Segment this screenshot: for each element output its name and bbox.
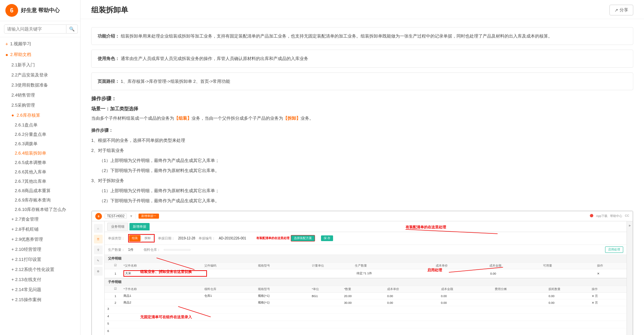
search-button[interactable]: 🔍 xyxy=(66,24,78,34)
step1-text: 1、根据不同的业务，选择不同单据的类型来处理 xyxy=(91,136,633,145)
mock-col-unit: 计量单位 xyxy=(312,264,355,268)
mock-lower-row-6: 6 xyxy=(105,328,627,335)
sidebar-item-docs-2-6-5[interactable]: 2.6.5成本调整单 xyxy=(0,158,80,167)
mock-col-code: 父件编码 xyxy=(204,264,258,268)
mock-sidebar-icon-1: ⌂ xyxy=(94,224,103,233)
sidebar-item-docs-2-14[interactable]: + 2.14常见问题 xyxy=(0,285,80,295)
mock-date-val: 2019-12-28 xyxy=(178,236,195,240)
mock-type-btn-assemble[interactable]: 组装 xyxy=(129,235,141,241)
mock-row-amount: 0.00 xyxy=(490,272,544,275)
mock-type-btn-disassemble[interactable]: 拆卸 xyxy=(142,235,154,241)
sidebar-item-docs[interactable]: ● 2.帮助文档 xyxy=(0,49,80,60)
content-area: 功能介绍： 组装拆卸单用来处理企业组装或拆卸等加工业务，支持有固定装配清单的产品… xyxy=(80,19,644,335)
mock-sidebar-icon-5: ⚙ xyxy=(94,267,103,276)
sidebar-item-label: 2.6.6其他入库单 xyxy=(15,169,46,174)
path-text: 1、库存核算->库存管理->组装拆卸单 2、首页->常用功能 xyxy=(121,79,230,84)
sidebar-item-docs-2-6[interactable]: ● 2.6库存核算 xyxy=(0,110,80,120)
mock-lower-table-header: ☑ *子件名称 领料仓库 规格型号 *单位 *数量 成本单价 成本金额 费用分摊… xyxy=(105,286,627,293)
sidebar-item-video[interactable]: + 1.视频学习 xyxy=(0,39,80,49)
step2-2-text: （2）下部明细为子件明细，最终作为原材料生成其它出库单。 xyxy=(91,166,633,175)
expand-icon: + xyxy=(11,287,14,292)
screenshot-container: 6 TEST-H002 ▼ 新增单据一 🔴 App下载 帮助中心 CC xyxy=(91,211,633,335)
sidebar-item-docs-2-2[interactable]: 2.2产品安装及登录 xyxy=(0,70,80,80)
main-content: 组装拆卸单 ↗ 分享 功能介绍： 组装拆卸单用来处理企业组装或拆卸等加工业务，支… xyxy=(80,0,644,335)
sidebar-item-docs-2-6-9[interactable]: 2.6.9库存账本查询 xyxy=(0,196,80,205)
mock-form-row: 单据类型： 组装 拆卸 单据日期： 2019-12-28 单据编号： AD-20… xyxy=(105,232,627,245)
sidebar: 6 好生意 帮助中心 🔍 + 1.视频学习 ● 2.帮助文档 2.1新手入门 2… xyxy=(0,0,80,335)
step3-1-text: （1）上部明细为父件明细，最终作为原材料生成其它出库单； xyxy=(91,186,633,195)
sidebar-item-label: 2.7资金管理 xyxy=(15,217,39,222)
mock-upper-table-label: 父件明细 xyxy=(105,255,627,263)
expand-icon: + xyxy=(11,247,14,252)
sidebar-item-label: 2.6.4组装拆卸单 xyxy=(15,151,46,156)
mock-sidebar: ⌂ ☰ ⚲ ✎ ⚙ xyxy=(92,221,105,335)
sidebar-item-docs-2-6-4[interactable]: 2.6.4组装拆卸单 xyxy=(0,149,80,158)
page-title: 组装拆卸单 xyxy=(91,5,128,15)
mock-tab-list[interactable]: 业务明细 xyxy=(107,223,128,231)
sidebar-item-label: 2.12系统个性化设置 xyxy=(15,267,54,272)
mock-upper-table-row: 1 大米 待定:*1 1件 0.00 ✕ xyxy=(105,269,627,278)
mock-lower-col-warehouse: 领料仓库 xyxy=(204,287,258,291)
mock-lower-col-price: 成本单价 xyxy=(387,287,441,291)
sidebar-item-docs-2-15[interactable]: + 2.15操作案例 xyxy=(0,295,80,305)
sidebar-item-label: 1.视频学习 xyxy=(10,41,31,47)
share-button[interactable]: ↗ 分享 xyxy=(609,5,633,15)
sidebar-item-docs-2-10[interactable]: + 2.10经营管理 xyxy=(0,244,80,255)
mock-save-btn-area: 保 存 xyxy=(321,235,333,241)
mock-warehouse-input[interactable] xyxy=(164,249,191,250)
sidebar-item-docs-2-6-1[interactable]: 2.6.1盘点单 xyxy=(0,120,80,130)
sidebar-item-label: 2.2产品安装及登录 xyxy=(11,72,48,77)
sidebar-item-docs-2-3[interactable]: 2.3使用前数据准备 xyxy=(0,80,80,90)
sidebar-item-docs-2-11[interactable]: + 2.11打印设置 xyxy=(0,255,80,265)
mock-col-price: 成本单价 xyxy=(436,264,489,268)
active-dot: ● xyxy=(11,113,14,118)
sidebar-item-docs-2-6-8[interactable]: 2.6.8商品成本重算 xyxy=(0,186,80,196)
role-text: 通常由生产人员或库管人员完成拆装业务的操作，库管人员确认原材料的出库和产成品的入… xyxy=(121,56,308,61)
mock-upper-table-header: ☑ *父件名称 父件编码 规格型号 计量单位 生产数量 成本单价 成本金额 可用… xyxy=(105,263,627,269)
mock-new-order-btn[interactable]: 新增单据一 xyxy=(139,214,159,219)
step2-1-text: （1）上部明细为父件明细，最终作为产成品生成其它入库单； xyxy=(91,156,633,165)
mock-enable-btn[interactable]: 启用处理 xyxy=(605,246,623,253)
sidebar-item-docs-2-5[interactable]: 2.5采购管理 xyxy=(0,100,80,110)
sidebar-item-docs-2-13[interactable]: + 2.13在线支付 xyxy=(0,275,80,285)
ops-steps-text: 操作步骤： 1、根据不同的业务，选择不同单据的类型来处理 2、对于组装业务 （1… xyxy=(91,126,633,205)
mock-right-panel: ▶ xyxy=(627,221,633,335)
expand-icon: + xyxy=(5,41,8,47)
mock-tab-new[interactable]: 新增单据 xyxy=(129,223,150,230)
sidebar-item-label: 2.5采购管理 xyxy=(11,103,35,108)
sidebar-item-docs-2-4[interactable]: 2.4销售管理 xyxy=(0,90,80,100)
expand-icon: + xyxy=(11,237,14,242)
sidebar-item-docs-2-6-2[interactable]: 2.6.2分量盘点单 xyxy=(0,130,80,139)
mock-lower-col-spec: 规格型号 xyxy=(258,287,312,291)
mock-lower-col-qty: *数量 xyxy=(344,287,387,291)
sidebar-item-label: 2.9优惠券管理 xyxy=(15,237,43,242)
path-label: 页面路径： xyxy=(98,79,119,84)
feature-intro-text: 组装拆卸单用来处理企业组装或拆卸等加工业务，支持有固定装配清单的产品加工业务，也… xyxy=(121,34,552,39)
mock-save-btn[interactable]: 保 存 xyxy=(321,235,333,241)
sidebar-item-label: 2.4销售管理 xyxy=(11,93,35,98)
mock-row-check: 1 xyxy=(107,272,123,275)
mock-col-op: 操作 xyxy=(597,264,624,268)
mock-select-plan-btn[interactable]: 选择装配方案 xyxy=(291,235,315,241)
mock-help: 帮助中心 xyxy=(610,214,622,218)
mock-type-btn-group: 组装 拆卸 xyxy=(128,234,155,242)
mock-lower-col-unit: *单位 xyxy=(312,287,344,291)
sidebar-item-docs-2-6-7[interactable]: 2.6.7其他出库单 xyxy=(0,177,80,186)
sidebar-item-docs-2-6-3[interactable]: 2.6.3调拨单 xyxy=(0,139,80,149)
sidebar-item-docs-2-1[interactable]: 2.1新手入门 xyxy=(0,60,80,70)
search-input[interactable] xyxy=(4,24,66,34)
sidebar-item-docs-2-6-6[interactable]: 2.6.6其他入库单 xyxy=(0,167,80,177)
sidebar-item-docs-2-9[interactable]: + 2.9优惠券管理 xyxy=(0,234,80,244)
sidebar-item-docs-2-12[interactable]: + 2.12系统个性化设置 xyxy=(0,265,80,275)
sidebar-item-label: 2.6库存核算 xyxy=(16,113,40,118)
collapse-icon: ● xyxy=(5,52,8,57)
mock-lower-row-3: 3 xyxy=(105,306,627,314)
mock-logo: 6 xyxy=(95,213,102,220)
share-label: 分享 xyxy=(620,7,628,13)
sidebar-item-docs-2-6-10[interactable]: 2.6.10库存账本错了怎么办 xyxy=(0,205,80,214)
sidebar-item-label: 2.11打印设置 xyxy=(15,257,41,262)
sidebar-item-docs-2-8[interactable]: + 2.8手机旺铺 xyxy=(0,224,80,234)
mock-warehouse-label: 领料仓库： xyxy=(144,247,160,252)
mock-col-amount: 成本金额 xyxy=(489,264,543,268)
sidebar-item-docs-2-7[interactable]: + 2.7资金管理 xyxy=(0,214,80,224)
